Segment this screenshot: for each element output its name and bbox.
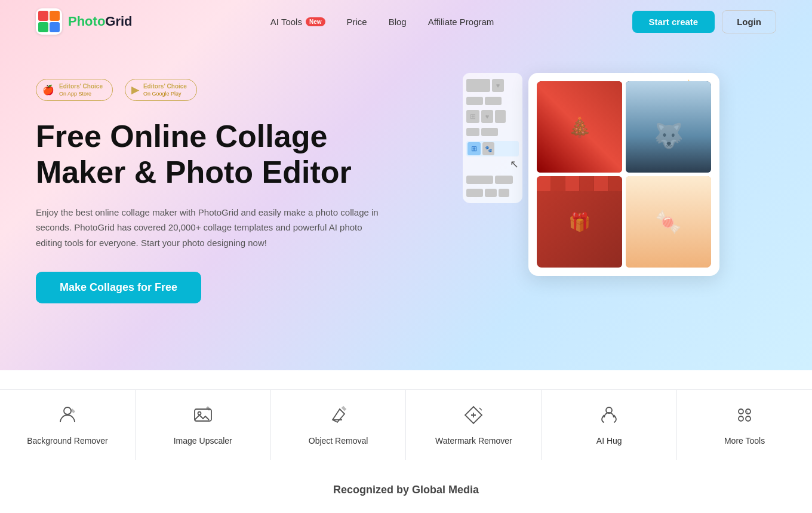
tool-label-2: Object Removal	[309, 436, 368, 446]
nav-ai-tools[interactable]: AI Tools New	[270, 17, 325, 27]
svg-point-0	[64, 407, 71, 414]
header-actions: Start create Login	[632, 10, 776, 33]
apple-icon: 🍎	[42, 84, 54, 96]
tool-object-removal[interactable]: Object Removal	[271, 390, 407, 460]
logo-icon	[36, 8, 62, 35]
tool-label-0: Background Remover	[27, 436, 107, 446]
tool-label-5: More Tools	[724, 436, 765, 446]
template-picker: ♥ ⊞ ♥ ⊞ 🐾	[463, 73, 522, 203]
tool-label-4: AI Hug	[596, 436, 622, 446]
watermark-icon	[463, 404, 484, 430]
main-nav: AI Tools New Price Blog Affiliate Progra…	[270, 17, 494, 27]
new-badge: New	[306, 17, 325, 26]
tool-background-remover[interactable]: Background Remover	[0, 390, 136, 460]
tool-image-upscaler[interactable]: Image Upscaler	[136, 390, 271, 460]
tool-label-1: Image Upscaler	[174, 436, 232, 446]
hero-left: 🍎 Editors' Choice On App Store ▶ Editors…	[36, 67, 406, 303]
tool-ai-hug[interactable]: AI Hug	[542, 390, 677, 460]
hug-icon	[598, 404, 620, 430]
nav-affiliate[interactable]: Affiliate Program	[428, 17, 494, 27]
tool-more-tools[interactable]: More Tools	[677, 390, 812, 460]
login-button[interactable]: Login	[722, 10, 776, 33]
recognized-section: Recognized by Global Media	[0, 460, 812, 508]
hero-description: Enjoy the best online collage maker with…	[36, 205, 382, 251]
image-icon	[192, 404, 214, 430]
person-icon	[57, 404, 78, 430]
badges-row: 🍎 Editors' Choice On App Store ▶ Editors…	[36, 79, 406, 101]
google-play-icon: ▶	[131, 84, 139, 96]
logo-text: PhotoGrid	[68, 14, 133, 29]
tool-watermark-remover[interactable]: Watermark Remover	[406, 390, 542, 460]
hero-section: 🍎 Editors' Choice On App Store ▶ Editors…	[0, 43, 812, 389]
svg-point-7	[746, 416, 751, 421]
svg-point-6	[739, 416, 743, 421]
tool-label-3: Watermark Remover	[435, 436, 512, 446]
make-collages-button[interactable]: Make Collages for Free	[36, 272, 201, 303]
badge-apple: 🍎 Editors' Choice On App Store	[36, 79, 113, 101]
eraser-icon	[328, 404, 349, 430]
start-create-button[interactable]: Start create	[632, 11, 715, 33]
hero-right: ♥ ⊞ ♥ ⊞ 🐾	[406, 67, 776, 276]
photo-collage: ✦ ✦ ✦ ✦ ✦ ✦ ✦ ✦ 🎄 �	[528, 73, 719, 276]
more-icon	[734, 404, 755, 430]
logo[interactable]: PhotoGrid	[36, 8, 133, 35]
nav-price[interactable]: Price	[347, 17, 367, 27]
recognized-label: Recognized by Global Media	[333, 484, 479, 496]
nav-blog[interactable]: Blog	[389, 17, 407, 27]
svg-point-4	[739, 409, 743, 414]
hero-title: Free Online Collage Maker & Photo Editor	[36, 119, 406, 191]
badge-google: ▶ Editors' Choice On Google Play	[125, 79, 197, 101]
tools-strip: Background Remover Image Upscaler Object…	[0, 389, 812, 460]
